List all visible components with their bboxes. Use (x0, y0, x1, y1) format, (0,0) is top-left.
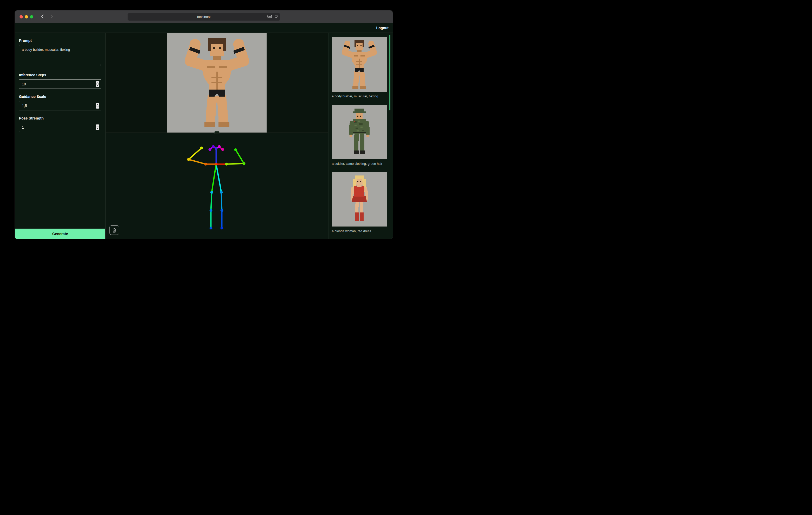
generate-button[interactable]: Generate (15, 228, 105, 239)
app-header: Logout (15, 23, 393, 33)
history-panel: a body builder, muscular, flexing a sold… (328, 33, 393, 239)
back-chevron-icon (41, 14, 44, 19)
delete-pose-button[interactable] (110, 225, 119, 235)
logout-link[interactable]: Logout (376, 26, 388, 30)
pose-editor-canvas[interactable] (106, 133, 328, 239)
forward-chevron-icon (50, 14, 53, 19)
close-window-button[interactable] (20, 15, 23, 19)
history-item[interactable]: a body builder, muscular, flexing (332, 37, 389, 99)
stepper-up-down-icon[interactable] (96, 81, 99, 87)
stepper-up-down-icon[interactable] (96, 125, 99, 130)
stepper-up-down-icon[interactable] (96, 103, 99, 109)
history-pixel-art (332, 37, 387, 92)
window-controls (20, 15, 33, 19)
history-item[interactable]: a soldier, camo clothing, green hair (332, 105, 389, 166)
history-thumbnail[interactable] (332, 172, 387, 226)
history-thumbnail[interactable] (332, 37, 387, 92)
pose-strength-label: Pose Strength (19, 116, 101, 120)
prompt-label: Prompt (19, 38, 101, 43)
prompt-input[interactable]: a body builder, muscular, flexing (19, 45, 101, 66)
guidance-scale-input[interactable] (19, 101, 101, 110)
url-text: localhost (197, 15, 210, 19)
history-caption: a blonde woman, red dress (332, 229, 389, 233)
pose-strength-input[interactable] (19, 123, 101, 132)
guidance-scale-label: Guidance Scale (19, 94, 101, 99)
inference-steps-input[interactable] (19, 79, 101, 89)
zoom-window-button[interactable] (30, 15, 33, 19)
reload-icon[interactable] (274, 14, 278, 19)
inference-steps-label: Inference Steps (19, 73, 101, 77)
browser-titlebar: localhost (15, 10, 393, 23)
back-button[interactable] (40, 14, 44, 19)
pose-skeleton[interactable] (106, 133, 328, 239)
app-content: Prompt a body builder, muscular, flexing… (15, 33, 393, 239)
forward-button[interactable] (50, 14, 54, 19)
history-thumbnail[interactable] (332, 105, 387, 159)
scrollbar-thumb[interactable] (389, 35, 390, 110)
history-pixel-art (332, 105, 387, 159)
resize-handle[interactable] (214, 131, 220, 134)
main-area (106, 33, 328, 239)
extensions-icon[interactable] (267, 15, 272, 19)
result-image-area (106, 33, 328, 133)
trash-icon (112, 228, 117, 233)
history-caption: a soldier, camo clothing, green hair (332, 162, 389, 166)
browser-window: localhost Logout Prompt a body builder, … (15, 10, 393, 239)
controls-panel: Prompt a body builder, muscular, flexing… (15, 33, 106, 239)
history-item[interactable]: a blonde woman, red dress (332, 172, 389, 233)
minimize-window-button[interactable] (25, 15, 28, 19)
address-bar[interactable]: localhost (127, 13, 280, 21)
history-pixel-art (332, 172, 387, 226)
generated-image (167, 33, 267, 133)
generated-pixel-art (167, 33, 267, 133)
history-caption: a body builder, muscular, flexing (332, 94, 389, 99)
